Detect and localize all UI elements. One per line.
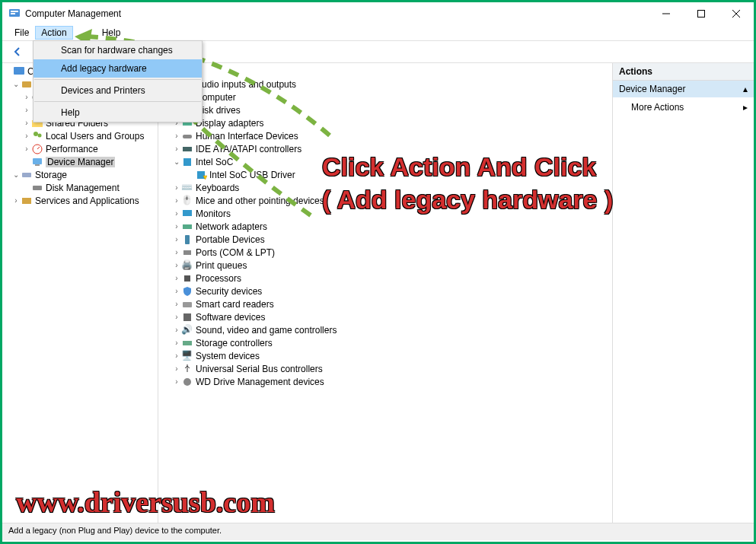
device-processors[interactable]: ›Processors bbox=[158, 272, 612, 285]
tree-label: Disk Management bbox=[46, 183, 120, 193]
device-smartcard[interactable]: ›Smart card readers bbox=[158, 297, 612, 310]
action-dropdown: Scan for hardware changes Add legacy har… bbox=[33, 40, 203, 122]
device-network[interactable]: ›Network adapters bbox=[158, 220, 612, 233]
minimize-button[interactable] bbox=[649, 2, 684, 25]
menu-help[interactable]: Help bbox=[96, 26, 127, 40]
dd-add-legacy-hardware[interactable]: Add legacy hardware bbox=[33, 59, 202, 78]
menu-file[interactable]: File bbox=[8, 26, 35, 40]
svg-point-35 bbox=[183, 378, 191, 386]
action-more-actions[interactable]: More Actions ▸ bbox=[613, 97, 754, 117]
svg-rect-1 bbox=[11, 11, 18, 12]
svg-rect-22 bbox=[183, 135, 192, 138]
tree-disk-management[interactable]: Disk Management bbox=[2, 181, 158, 194]
svg-point-12 bbox=[38, 133, 42, 137]
tree-device-manager[interactable]: Device Manager bbox=[2, 155, 158, 168]
device-keyboards[interactable]: ›⌨️Keyboards bbox=[158, 181, 612, 194]
title-bar: Computer Management bbox=[2, 2, 754, 25]
svg-rect-2 bbox=[11, 13, 15, 14]
svg-rect-17 bbox=[33, 186, 42, 190]
device-software[interactable]: ›Software devices bbox=[158, 310, 612, 323]
svg-rect-25 bbox=[197, 171, 205, 179]
svg-rect-16 bbox=[22, 173, 31, 177]
device-hid[interactable]: ›Human Interface Devices bbox=[158, 129, 612, 142]
svg-rect-14 bbox=[33, 158, 42, 164]
window-title: Computer Management bbox=[25, 8, 649, 19]
svg-rect-30 bbox=[183, 250, 191, 255]
arrow-right-icon: ▸ bbox=[743, 102, 748, 113]
svg-rect-7 bbox=[14, 67, 24, 75]
svg-rect-27 bbox=[183, 210, 192, 216]
tree-local-users[interactable]: › Local Users and Groups bbox=[2, 129, 158, 142]
tree-label: Local Users and Groups bbox=[46, 131, 144, 142]
tree-services-apps[interactable]: › Services and Applications bbox=[2, 194, 158, 207]
svg-rect-4 bbox=[698, 11, 705, 17]
dropdown-separator bbox=[34, 101, 201, 102]
tree-label: Device Manager bbox=[46, 157, 115, 167]
menu-bar: File Action Help bbox=[2, 25, 754, 40]
device-system[interactable]: ›🖥️System devices bbox=[158, 349, 612, 362]
device-computer[interactable]: ›🖥️Computer bbox=[158, 91, 612, 103]
close-button[interactable] bbox=[719, 2, 754, 25]
device-ports[interactable]: ›Ports (COM & LPT) bbox=[158, 246, 612, 259]
tree-label: Services and Applications bbox=[35, 196, 139, 206]
dropdown-separator bbox=[34, 79, 201, 80]
device-root[interactable]: ⌄PC-14O453 bbox=[158, 65, 612, 78]
device-disk-drives[interactable]: ›Disk drives bbox=[158, 103, 612, 116]
svg-rect-28 bbox=[183, 224, 192, 229]
svg-rect-31 bbox=[184, 275, 190, 282]
tree-label: Storage bbox=[35, 170, 67, 180]
svg-rect-29 bbox=[185, 235, 190, 244]
tree-performance[interactable]: › Performance bbox=[2, 142, 158, 155]
svg-rect-33 bbox=[183, 313, 191, 321]
device-monitors[interactable]: ›Monitors bbox=[158, 207, 612, 220]
device-mice[interactable]: ›🖱️Mice and other pointing devices bbox=[158, 194, 612, 207]
svg-rect-32 bbox=[183, 302, 192, 307]
tree-storage[interactable]: ⌄ Storage bbox=[2, 168, 158, 181]
svg-rect-34 bbox=[183, 341, 192, 345]
svg-rect-24 bbox=[183, 158, 191, 166]
menu-action[interactable]: Action bbox=[35, 26, 72, 40]
device-tree[interactable]: ⌄PC-14O453 ›🔊Audio inputs and outputs ›🖥… bbox=[158, 63, 613, 523]
device-usb[interactable]: ›Universal Serial Bus controllers bbox=[158, 362, 612, 375]
maximize-button[interactable] bbox=[684, 2, 719, 25]
actions-header: Actions bbox=[613, 63, 754, 81]
device-display-adapters[interactable]: ›Display adapters bbox=[158, 116, 612, 129]
tree-label: Performance bbox=[46, 144, 98, 154]
back-button[interactable] bbox=[8, 43, 27, 61]
device-print-queues[interactable]: ›🖨️Print queues bbox=[158, 259, 612, 272]
navigation-tree[interactable]: Computer Management (Local) ⌄ › › › Shar… bbox=[2, 63, 158, 523]
dd-help[interactable]: Help bbox=[33, 103, 202, 122]
device-security[interactable]: ›Security devices bbox=[158, 285, 612, 297]
device-intel-soc[interactable]: ⌄Intel SoC bbox=[158, 155, 612, 168]
dd-devices-printers[interactable]: Devices and Printers bbox=[33, 81, 202, 100]
device-audio[interactable]: ›🔊Audio inputs and outputs bbox=[158, 78, 612, 91]
status-bar: Add a legacy (non Plug and Play) device … bbox=[2, 523, 754, 540]
device-wd[interactable]: ›WD Drive Management devices bbox=[158, 375, 612, 388]
svg-rect-23 bbox=[183, 147, 192, 151]
actions-subheader[interactable]: Device Manager ▴ bbox=[613, 81, 754, 97]
svg-rect-8 bbox=[22, 81, 31, 87]
device-intel-usb-driver[interactable]: Intel SoC USB Driver bbox=[158, 168, 612, 181]
svg-rect-15 bbox=[35, 164, 40, 166]
svg-rect-18 bbox=[22, 198, 31, 204]
device-ide[interactable]: ›IDE ATA/ATAPI controllers bbox=[158, 142, 612, 155]
device-storage-controllers[interactable]: ›Storage controllers bbox=[158, 336, 612, 349]
actions-panel: Actions Device Manager ▴ More Actions ▸ bbox=[613, 63, 754, 523]
dd-scan-hardware[interactable]: Scan for hardware changes bbox=[33, 41, 202, 59]
device-portable[interactable]: ›Portable Devices bbox=[158, 233, 612, 246]
device-sound[interactable]: ›🔊Sound, video and game controllers bbox=[158, 323, 612, 336]
collapse-icon: ▴ bbox=[743, 84, 748, 94]
svg-point-11 bbox=[33, 132, 38, 136]
app-icon bbox=[8, 8, 21, 20]
